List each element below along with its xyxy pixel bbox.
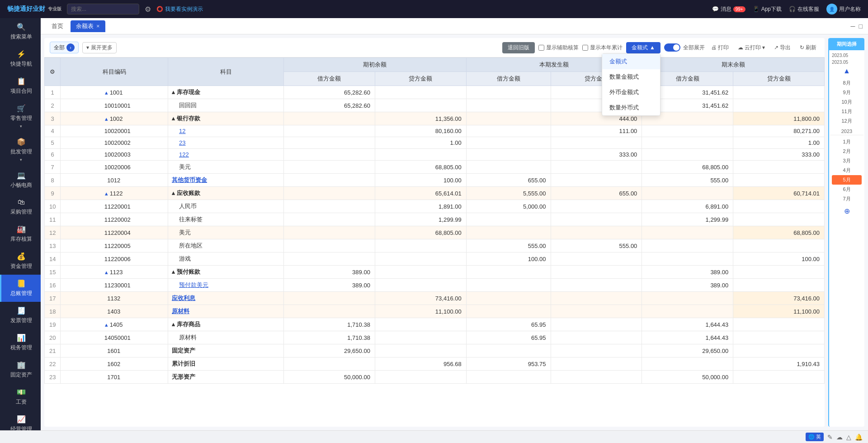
sidebar-item-payroll[interactable]: 💵 工资 xyxy=(0,383,41,410)
month-5[interactable]: 5月 xyxy=(832,175,862,185)
refresh-btn[interactable]: ↻ 刷新 xyxy=(797,43,819,53)
expand-all-toggle[interactable]: 全部展开 xyxy=(664,43,705,52)
cell-subject: 23 xyxy=(168,137,284,149)
messages-badge: 99+ xyxy=(733,6,745,12)
project-icon: 📋 xyxy=(17,77,26,86)
bottom-notify-icon[interactable]: 🔔 xyxy=(855,433,863,441)
app-name: 畅捷通好业财 xyxy=(7,5,45,13)
sidebar-label-purchase: 采购管理 xyxy=(10,208,32,216)
th-settings[interactable]: ⚙ xyxy=(45,58,61,86)
view-mode-btn[interactable]: 金额式 ▲ xyxy=(626,42,660,53)
table-row: 2 10010001 回回回 65,282.60 33,830.98 31,45… xyxy=(45,99,825,112)
tab-maximize-btn[interactable]: □ xyxy=(859,23,863,30)
cell-rownum: 4 xyxy=(45,125,61,137)
cell-open-credit xyxy=(375,344,466,357)
sidebar-item-search[interactable]: 🔍 搜索菜单 xyxy=(0,18,41,45)
sidebar-item-assets[interactable]: 🏢 固定资产 xyxy=(0,356,41,383)
bottom-edit-icon[interactable]: ✎ xyxy=(827,433,833,441)
payroll-icon: 💵 xyxy=(17,388,26,396)
show-auxiliary-check[interactable]: 显示辅助核算 xyxy=(538,44,579,52)
view-mode-dropdown[interactable]: 金额式 ▲ 金额式 数量金额式 外币金额式 数量外币式 xyxy=(626,42,660,53)
month-2[interactable]: 2月 xyxy=(832,147,862,156)
sidebar-item-operations[interactable]: 📈 经营管理 xyxy=(0,410,41,430)
auxiliary-checkbox[interactable] xyxy=(538,45,544,51)
show-year-total-check[interactable]: 显示本年累计 xyxy=(582,44,623,52)
cell-cur-credit xyxy=(551,200,642,213)
sidebar-item-wholesale[interactable]: 📦 批发管理 ▾ xyxy=(0,133,41,167)
cell-close-credit xyxy=(733,318,825,331)
cell-subject: 固定资产 xyxy=(168,344,284,357)
year-total-checkbox[interactable] xyxy=(582,45,588,51)
cell-code: 14050001 xyxy=(61,331,168,344)
month-9[interactable]: 9月 xyxy=(832,88,862,97)
cell-close-credit xyxy=(733,99,825,112)
tab-home[interactable]: 首页 xyxy=(46,20,69,32)
sidebar-item-quicknav[interactable]: ⚡ 快捷导航 xyxy=(0,45,41,72)
cell-code: 11220004 xyxy=(61,226,168,239)
sidebar-item-project[interactable]: 📋 项目合同 xyxy=(0,72,41,100)
month-11[interactable]: 11月 xyxy=(832,107,862,116)
dropdown-item-foreign-amount[interactable]: 外币金额式 xyxy=(602,85,660,100)
expand-more-btn[interactable]: ▾ 展开更多 xyxy=(82,42,117,53)
cell-close-credit: 11,100.00 xyxy=(733,305,825,318)
month-8[interactable]: 8月 xyxy=(832,78,862,88)
table-row: 19 ▴ 1405 ▴ 库存商品 1,710.38 65.95 1,644.43 xyxy=(45,318,825,331)
cell-cur-debit xyxy=(466,149,551,161)
cell-close-debit xyxy=(642,187,733,200)
sidebar-item-ledger[interactable]: 📒 总账管理 xyxy=(0,275,41,302)
sidebar-item-purchase[interactable]: 🛍 采购管理 xyxy=(0,194,41,220)
messages-btn[interactable]: 💬 消息 99+ xyxy=(712,5,745,13)
sidebar-item-inventory[interactable]: 🏭 库存核算 xyxy=(0,220,41,248)
print-btn[interactable]: 🖨 打印 xyxy=(708,43,731,53)
sidebar-item-retail[interactable]: 🛒 零售管理 ▾ xyxy=(0,100,41,133)
month-6[interactable]: 6月 xyxy=(832,185,862,194)
dropdown-item-qty-foreign[interactable]: 数量外币式 xyxy=(602,100,660,115)
dropdown-item-amount[interactable]: 金额式 xyxy=(602,54,660,69)
month-3[interactable]: 3月 xyxy=(832,156,862,166)
cell-close-credit: 68,805.00 xyxy=(733,226,825,239)
cell-cur-credit xyxy=(551,357,642,371)
online-service-btn[interactable]: 🎧 在线客服 xyxy=(789,5,819,13)
month-12[interactable]: 12月 xyxy=(832,116,862,126)
cloud-print-btn[interactable]: ☁ 云打印 ▾ xyxy=(735,43,768,53)
dropdown-item-qty-amount[interactable]: 数量金额式 xyxy=(602,69,660,85)
return-old-btn[interactable]: 退回旧版 xyxy=(502,42,535,53)
cell-subject: ▴ 银行存款 xyxy=(168,112,284,125)
sidebar-item-ecommerce[interactable]: 💻 小畅电商 xyxy=(0,167,41,194)
invoice-icon: 🧾 xyxy=(17,306,26,315)
cell-open-credit: 68,805.00 xyxy=(375,226,466,239)
month-1[interactable]: 1月 xyxy=(832,137,862,147)
sidebar-item-capital[interactable]: 💰 资金管理 xyxy=(0,248,41,275)
app-download-btn[interactable]: 📱 App下载 xyxy=(753,5,782,13)
cell-rownum: 10 xyxy=(45,200,61,213)
user-avatar[interactable]: 👤 用户名称 xyxy=(826,4,861,14)
next-year-btn[interactable]: ⊕ xyxy=(830,205,863,217)
month-4[interactable]: 4月 xyxy=(832,166,862,175)
bottom-translate-icon[interactable]: 🌐 英 xyxy=(806,433,824,441)
tab-balance[interactable]: 余额表 × xyxy=(71,20,105,32)
top-search-input[interactable] xyxy=(67,4,139,14)
tab-close-icon[interactable]: × xyxy=(96,23,100,29)
prev-year-btn[interactable]: ▲ xyxy=(830,66,863,76)
breadcrumb-arrow[interactable]: › xyxy=(66,43,75,52)
toggle-switch-btn[interactable] xyxy=(664,43,680,52)
wholesale-icon: 📦 xyxy=(17,138,26,146)
sidebar-label-project: 项目合同 xyxy=(10,87,32,95)
cell-cur-debit xyxy=(466,305,551,318)
month-10[interactable]: 10月 xyxy=(832,97,862,107)
left-panel: 全部 › ▾ 展开更多 退回旧版 显示辅助核算 xyxy=(44,38,825,427)
demo-link[interactable]: ⭕ 我要看实例演示 xyxy=(156,5,203,13)
sidebar-item-tax[interactable]: 📊 税务管理 xyxy=(0,329,41,356)
month-7[interactable]: 7月 xyxy=(832,194,862,204)
sidebar-item-invoice[interactable]: 🧾 发票管理 xyxy=(0,302,41,329)
cell-close-debit xyxy=(642,357,733,371)
tab-minimize-btn[interactable]: ─ xyxy=(851,23,855,30)
cell-cur-credit: 333.00 xyxy=(551,149,642,161)
cell-rownum: 21 xyxy=(45,344,61,357)
cell-code: ▴ 1001 xyxy=(61,86,168,99)
settings-icon[interactable]: ⚙ xyxy=(145,5,151,14)
bottom-cloud-icon[interactable]: ☁ xyxy=(836,433,843,441)
export-icon: ↗ xyxy=(774,44,778,51)
bottom-upload-icon[interactable]: △ xyxy=(846,433,851,441)
export-btn[interactable]: ↗ 导出 xyxy=(771,43,793,53)
